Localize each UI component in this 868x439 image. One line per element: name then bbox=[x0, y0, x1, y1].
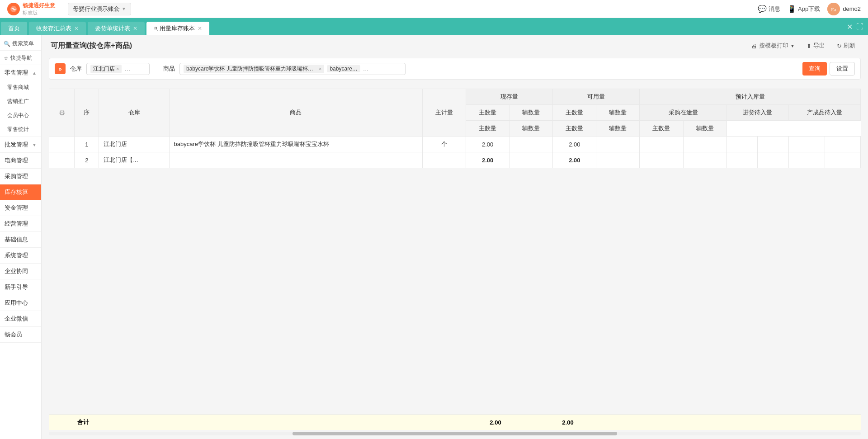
sidebar-retail-header[interactable]: 零售管理 ▲ bbox=[0, 65, 41, 80]
th-purchase-aux2: 辅数量 bbox=[509, 121, 553, 137]
sidebar-inventory-label: 库存核算 bbox=[5, 188, 28, 196]
sidebar-item-retail-store[interactable]: 零售商城 bbox=[0, 80, 41, 94]
scroll-thumb[interactable] bbox=[292, 432, 617, 435]
expand-tabs-btn[interactable]: ⛶ bbox=[856, 23, 863, 31]
sidebar-operations-header[interactable]: 经营管理 bbox=[0, 216, 41, 231]
settings-btn[interactable]: 设置 bbox=[830, 62, 855, 76]
sidebar-enterprise-wechat-header[interactable]: 企业微信 bbox=[0, 311, 41, 326]
filter-expand-btn[interactable]: » bbox=[55, 63, 66, 74]
sidebar-item-member-center[interactable]: 会员中心 bbox=[0, 109, 41, 123]
app-download-icon: 📱 bbox=[788, 5, 796, 13]
horizontal-scrollbar[interactable] bbox=[49, 432, 861, 435]
query-btn[interactable]: 查询 bbox=[802, 62, 827, 76]
row1-inbound-main bbox=[726, 137, 758, 152]
row2-warehouse: 江北门店【... bbox=[99, 152, 169, 168]
sidebar-search-label: 搜索菜单 bbox=[12, 40, 34, 47]
row1-stock-aux bbox=[509, 137, 553, 152]
sidebar-vip-label: 畅会员 bbox=[5, 330, 22, 339]
row2-inbound-aux bbox=[758, 152, 789, 168]
row2-inbound-main bbox=[726, 152, 758, 168]
content-area: 可用量查询(按仓库+商品) 🖨 按模板打印 ▼ ⬆ 导出 ↻ 刷新 bbox=[42, 35, 868, 439]
table-footer: 合计 2.00 2.00 bbox=[49, 414, 861, 430]
sidebar-item-marketing[interactable]: 营销推广 bbox=[0, 94, 41, 109]
row2-purchase-aux bbox=[683, 152, 726, 168]
sidebar-finance-header[interactable]: 资金管理 bbox=[0, 200, 41, 216]
product-dots[interactable]: … bbox=[363, 66, 369, 72]
close-tab-order-stats[interactable]: ✕ bbox=[133, 25, 137, 32]
top-bar-right: 💬 消息 📱 App下载 demo2 bbox=[758, 3, 861, 15]
refresh-btn[interactable]: ↻ 刷新 bbox=[833, 40, 859, 52]
row2-purchase-main bbox=[640, 152, 683, 168]
warehouse-dots[interactable]: … bbox=[124, 66, 130, 72]
row1-inbound-aux bbox=[758, 137, 789, 152]
sidebar-section-enterprise-collab: 企业协同 bbox=[0, 264, 41, 279]
export-icon: ⬆ bbox=[807, 42, 811, 49]
row2-avail-aux bbox=[596, 152, 640, 168]
refresh-label: 刷新 bbox=[844, 42, 855, 50]
close-tab-receive-send[interactable]: ✕ bbox=[74, 25, 79, 32]
sidebar-basic-info-header[interactable]: 基础信息 bbox=[0, 232, 41, 247]
gear-icon[interactable]: ⚙ bbox=[59, 109, 65, 117]
th-avail-aux: 辅数量 bbox=[596, 105, 640, 121]
warehouse-filter-input[interactable]: 江北门店 × … bbox=[86, 63, 150, 75]
industry-selector[interactable]: 母婴行业演示账套 ▼ bbox=[68, 3, 131, 15]
footer-avail-main: 2.00 bbox=[550, 419, 586, 426]
sidebar-finance-label: 资金管理 bbox=[5, 204, 28, 212]
product-tag-remove[interactable]: × bbox=[319, 66, 321, 71]
tab-receive-send[interactable]: 收发存汇总表 ✕ bbox=[29, 22, 86, 35]
row1-production-main bbox=[789, 137, 825, 152]
table-body: 1 江北门店 babycare学饮杯 儿童防摔防撞吸管杯重力球吸嘴杯宝宝水杯 个… bbox=[49, 137, 861, 168]
tab-home[interactable]: 首页 bbox=[1, 22, 27, 35]
row2-unit bbox=[423, 152, 466, 168]
sidebar-section-app-center: 应用中心 bbox=[0, 295, 41, 311]
sidebar-new-guide-header[interactable]: 新手引导 bbox=[0, 279, 41, 295]
sidebar-app-center-header[interactable]: 应用中心 bbox=[0, 295, 41, 311]
th-stock-aux: 辅数量 bbox=[509, 105, 553, 121]
tab-order-stats[interactable]: 要货单统计表 ✕ bbox=[88, 22, 145, 35]
close-tab-available-stock[interactable]: ✕ bbox=[198, 25, 202, 32]
message-action[interactable]: 💬 消息 bbox=[758, 5, 780, 13]
sidebar-item-retail-stats-label: 零售统计 bbox=[7, 126, 29, 132]
sidebar: 🔍 搜索菜单 ☆ 快捷导航 零售管理 ▲ 零售商城 营销推广 会员中心 零售统计 bbox=[0, 35, 42, 439]
main-layout: 🔍 搜索菜单 ☆ 快捷导航 零售管理 ▲ 零售商城 营销推广 会员中心 零售统计 bbox=[0, 35, 868, 439]
close-all-tabs-btn[interactable]: ✕ bbox=[847, 23, 853, 31]
sidebar-wholesale-header[interactable]: 批发管理 ▼ bbox=[0, 137, 41, 152]
sidebar-vip-header[interactable]: 畅会员 bbox=[0, 327, 41, 342]
row1-stock-main: 2.00 bbox=[466, 137, 509, 152]
template-print-btn[interactable]: 🖨 按模板打印 ▼ bbox=[748, 40, 798, 52]
sidebar-item-retail-stats[interactable]: 零售统计 bbox=[0, 123, 41, 137]
sidebar-quick-nav[interactable]: ☆ 快捷导航 bbox=[0, 51, 41, 65]
row1-production-aux bbox=[825, 137, 860, 152]
logo-sub-text: 标准版 bbox=[23, 9, 55, 16]
th-production-main: 主数量 bbox=[640, 121, 683, 137]
sidebar-section-purchase: 采购管理 bbox=[0, 169, 41, 184]
app-download-action[interactable]: 📱 App下载 bbox=[788, 5, 820, 13]
sidebar-purchase-header[interactable]: 采购管理 bbox=[0, 169, 41, 184]
sidebar-search[interactable]: 🔍 搜索菜单 bbox=[0, 35, 41, 51]
export-btn[interactable]: ⬆ 导出 bbox=[803, 40, 829, 52]
sidebar-system-header[interactable]: 系统管理 bbox=[0, 248, 41, 263]
sidebar-new-guide-label: 新手引导 bbox=[5, 283, 28, 291]
th-inbound-aux: 辅数量 bbox=[596, 121, 640, 137]
tab-available-stock[interactable]: 可用量库存账本 ✕ bbox=[146, 22, 209, 35]
sidebar-enterprise-collab-header[interactable]: 企业协同 bbox=[0, 264, 41, 279]
table-header-row1: ⚙ 序 仓库 商品 主计量 现存量 可用量 预计入库量 bbox=[49, 89, 861, 105]
sidebar-ecommerce-header[interactable]: 电商管理 bbox=[0, 153, 41, 168]
sidebar-section-finance: 资金管理 bbox=[0, 200, 41, 216]
footer-stock-main: 2.00 bbox=[477, 419, 514, 426]
th-product: 商品 bbox=[169, 89, 423, 137]
footer-label: 合计 bbox=[74, 418, 92, 426]
sidebar-section-basic-info: 基础信息 bbox=[0, 232, 41, 248]
sidebar-quick-nav-label: 快捷导航 bbox=[10, 54, 32, 62]
logo-main-text: 畅捷通好生意 bbox=[23, 2, 55, 9]
export-label: 导出 bbox=[813, 42, 825, 50]
user-area[interactable]: demo2 bbox=[827, 3, 861, 15]
warehouse-tag-remove[interactable]: × bbox=[116, 66, 119, 71]
template-print-label: 按模板打印 bbox=[759, 42, 788, 50]
sidebar-app-center-label: 应用中心 bbox=[5, 299, 28, 307]
row2-stock-main: 2.00 bbox=[466, 152, 509, 168]
sidebar-inventory-header[interactable]: 库存核算 bbox=[0, 184, 41, 200]
tab-order-stats-label: 要货单统计表 bbox=[95, 24, 130, 33]
product-filter-input[interactable]: babycare学饮杯 儿童防摔防撞吸管杯重力球吸嘴杯宝宝水杯 × babyca… bbox=[179, 63, 406, 75]
user-name[interactable]: demo2 bbox=[843, 5, 861, 12]
